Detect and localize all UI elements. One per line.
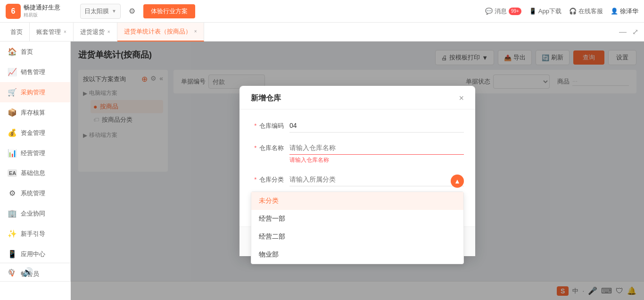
app-download-button[interactable]: 📱 App下载 <box>529 7 561 16</box>
messages-label: 消息 <box>495 7 507 16</box>
sidebar-apps-label: 应用中心 <box>21 250 45 258</box>
category-label: * 仓库分类 <box>251 173 284 184</box>
sidebar-item-basic-info[interactable]: EA 基础信息 <box>0 163 70 183</box>
search-box[interactable]: 日太阳膜 ▼ <box>80 4 121 19</box>
tab-purchase-return-label: 进货退货 <box>80 28 105 36</box>
modal-title: 新增仓库 <box>251 93 281 103</box>
sidebar-item-finance[interactable]: 💰 资金管理 <box>0 123 70 143</box>
logo-title: 畅捷通好生意 <box>24 4 60 12</box>
sidebar-item-inventory[interactable]: 📦 库存核算 <box>0 102 70 123</box>
basic-info-icon: EA <box>8 169 17 177</box>
sidebar-sound-icon[interactable]: 🔊 <box>23 267 33 277</box>
username-label: 徐泽华 <box>620 7 638 16</box>
logo-icon: 6 <box>6 4 21 19</box>
tab-purchase-stats[interactable]: 进货单统计表（按商品） × <box>117 23 204 42</box>
logo-sub: 精易版 <box>24 12 60 18</box>
guide-icon: ✨ <box>8 229 17 238</box>
operations-icon: 📊 <box>8 149 17 158</box>
sidebar-bottom: ⚙ 🔊 <box>0 263 71 281</box>
sales-icon: 📈 <box>8 67 17 76</box>
sidebar-item-system[interactable]: ⚙ 系统管理 <box>0 183 70 203</box>
sidebar-operations-label: 经营管理 <box>21 149 45 158</box>
category-input[interactable] <box>289 173 464 186</box>
sidebar-inventory-label: 库存核算 <box>21 108 45 117</box>
logo-area: 6 畅捷通好生意 精易版 <box>6 4 76 19</box>
sidebar-sales-label: 销售管理 <box>21 68 45 76</box>
sidebar-item-apps[interactable]: 📱 应用中心 <box>0 244 70 264</box>
search-dropdown-icon: ▼ <box>112 8 116 14</box>
name-error-message: 请输入仓库名称 <box>289 156 464 164</box>
app-download-label: App下载 <box>538 7 561 16</box>
tab-account-close[interactable]: × <box>64 29 66 34</box>
sidebar-system-label: 系统管理 <box>21 189 45 198</box>
finance-icon: 💰 <box>8 128 17 137</box>
modal-close-button[interactable]: × <box>459 93 464 103</box>
sidebar-guide-label: 新手引导 <box>21 230 45 238</box>
code-form-row: * 仓库编码 <box>251 119 464 133</box>
category-form-row: * 仓库分类 ▲ 未分类 经营一部 经营二部 物业部 <box>251 173 464 186</box>
inventory-icon: 📦 <box>8 108 17 117</box>
sidebar-item-guide[interactable]: ✨ 新手引导 <box>0 224 70 244</box>
tab-expand-icon[interactable]: ⤢ <box>630 27 640 36</box>
top-header: 6 畅捷通好生意 精易版 日太阳膜 ▼ ⚙ 体验行业方案 💬 消息 99+ 📱 … <box>0 0 644 23</box>
main-layout: 🏠 首页 📈 销售管理 🛒 采购管理 📦 库存核算 💰 资金管理 📊 经营管理 … <box>0 42 644 300</box>
category-toggle-icon[interactable]: ▲ <box>451 175 464 188</box>
code-input[interactable] <box>289 119 464 133</box>
sidebar-settings-icon[interactable]: ⚙ <box>8 267 15 277</box>
content-area: 进货单统计(按商品) 🖨 按模板打印 ▼ 📤 导出 🔄 刷新 查询 设置 <box>71 42 644 300</box>
name-input[interactable] <box>289 141 464 155</box>
home-icon: 🏠 <box>8 47 17 56</box>
sidebar-enterprise-label: 企业协同 <box>21 209 45 218</box>
name-field: 请输入仓库名称 <box>289 141 464 164</box>
category-dropdown: 未分类 经营一部 经营二部 物业部 <box>251 192 464 264</box>
message-icon: 💬 <box>485 8 493 15</box>
sidebar-item-enterprise[interactable]: 🏢 企业协同 <box>0 203 70 224</box>
tab-controls: — ⤢ <box>617 27 640 36</box>
sidebar: 🏠 首页 📈 销售管理 🛒 采购管理 📦 库存核算 💰 资金管理 📊 经营管理 … <box>0 42 71 300</box>
tab-home-label: 首页 <box>10 28 23 36</box>
gear-button[interactable]: ⚙ <box>124 4 140 19</box>
modal-body: * 仓库编码 * 仓库名称 <box>239 109 475 226</box>
app-download-icon: 📱 <box>529 8 537 15</box>
apps-icon: 📱 <box>8 250 17 258</box>
tab-purchase-stats-label: 进货单统计表（按商品） <box>124 27 191 36</box>
user-avatar-icon: 👤 <box>611 8 618 15</box>
modal-header: 新增仓库 × <box>239 86 475 109</box>
dropdown-item-property[interactable]: 物业部 <box>251 246 463 264</box>
code-label: * 仓库编码 <box>251 119 284 130</box>
online-service-button[interactable]: 🎧 在线客服 <box>569 7 603 16</box>
sidebar-finance-label: 资金管理 <box>21 129 45 137</box>
sidebar-home-label: 首页 <box>21 48 33 56</box>
dropdown-item-uncategorized[interactable]: 未分类 <box>251 192 463 210</box>
messages-badge: 99+ <box>509 8 521 15</box>
tab-minimize-icon[interactable]: — <box>617 28 628 36</box>
tab-bar: 首页 账套管理 × 进货退货 × 进货单统计表（按商品） × — ⤢ <box>0 23 644 42</box>
add-warehouse-modal: 新增仓库 × * 仓库编码 <box>239 86 475 256</box>
tab-account-label: 账套管理 <box>36 28 61 36</box>
trial-button[interactable]: 体验行业方案 <box>143 4 195 18</box>
name-form-row: * 仓库名称 请输入仓库名称 <box>251 141 464 164</box>
tab-purchase-return-close[interactable]: × <box>107 29 110 34</box>
online-service-label: 在线客服 <box>578 7 603 16</box>
search-text: 日太阳膜 <box>84 7 109 16</box>
dropdown-item-ops1[interactable]: 经营一部 <box>251 210 463 228</box>
dropdown-item-ops2[interactable]: 经营二部 <box>251 228 463 246</box>
sidebar-item-operations[interactable]: 📊 经营管理 <box>0 143 70 163</box>
code-field <box>289 119 464 133</box>
tab-purchase-stats-close[interactable]: × <box>194 29 197 34</box>
tab-purchase-return[interactable]: 进货退货 × <box>74 23 117 42</box>
headset-icon: 🎧 <box>569 8 577 15</box>
sidebar-item-home[interactable]: 🏠 首页 <box>0 42 70 62</box>
tab-home[interactable]: 首页 <box>4 23 30 42</box>
sidebar-purchase-label: 采购管理 <box>21 88 45 97</box>
sidebar-item-purchase[interactable]: 🛒 采购管理 <box>0 82 70 102</box>
enterprise-icon: 🏢 <box>8 209 17 218</box>
sidebar-item-sales[interactable]: 📈 销售管理 <box>0 62 70 82</box>
tab-account[interactable]: 账套管理 × <box>30 23 74 42</box>
name-label: * 仓库名称 <box>251 141 284 152</box>
user-menu[interactable]: 👤 徐泽华 <box>611 7 638 16</box>
category-field: ▲ 未分类 经营一部 经营二部 物业部 <box>289 173 464 186</box>
header-right: 💬 消息 99+ 📱 App下载 🎧 在线客服 👤 徐泽华 <box>485 7 638 16</box>
purchase-icon: 🛒 <box>8 88 17 97</box>
messages-button[interactable]: 💬 消息 99+ <box>485 7 521 16</box>
